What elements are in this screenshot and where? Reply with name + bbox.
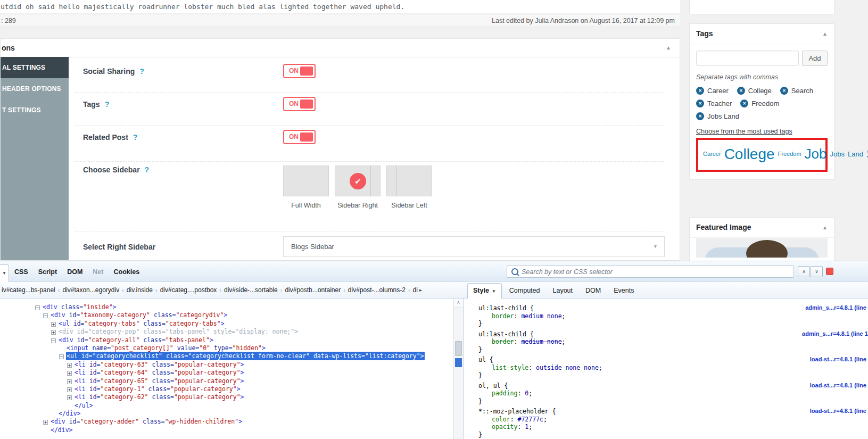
layout-option-full[interactable]: Full Width bbox=[283, 165, 329, 209]
layout-option-left[interactable]: Sidebar Left bbox=[386, 165, 432, 209]
collapse-node-icon[interactable]: − bbox=[51, 338, 56, 343]
expand-node-icon[interactable]: + bbox=[67, 363, 72, 368]
tree-row[interactable]: −</ul> bbox=[0, 402, 453, 410]
tree-row[interactable]: −<ul id="categorychecklist" class="categ… bbox=[0, 352, 453, 360]
devtools-tab-dom[interactable]: DOM bbox=[67, 268, 82, 276]
social-sharing-toggle[interactable]: ON bbox=[283, 64, 316, 78]
css-source-link[interactable]: load-st...r=4.8.1 (line 1 bbox=[810, 382, 868, 388]
collapse-node-icon[interactable]: − bbox=[43, 313, 48, 318]
tree-row[interactable]: +<li id="category-64" class="popular-cat… bbox=[0, 369, 453, 377]
scroll-up-button[interactable]: ∧ bbox=[454, 299, 463, 308]
tree-row[interactable]: +<div id="category-pop" class="tabs-pane… bbox=[0, 328, 453, 336]
help-icon[interactable]: ? bbox=[145, 165, 150, 174]
tree-row[interactable]: −</div> bbox=[0, 410, 453, 418]
devtools-tab-net[interactable]: Net bbox=[93, 268, 103, 276]
tree-row[interactable]: +<li id="category-63" class="popular-cat… bbox=[0, 361, 453, 369]
right-sidebar-select[interactable]: Blogs Sidebar ▼ bbox=[283, 236, 665, 257]
options-box-title[interactable]: ons bbox=[1, 39, 680, 57]
css-source-link[interactable]: admin_s...r=4.8.1 (line 1 bbox=[805, 304, 868, 311]
tag-cloud-item[interactable]: Freedom bbox=[778, 151, 801, 157]
help-icon[interactable]: ? bbox=[105, 100, 110, 109]
remove-tag-icon[interactable]: ✕ bbox=[740, 100, 748, 107]
collapse-node-icon[interactable]: − bbox=[59, 354, 64, 359]
side-tab-dom[interactable]: DOM bbox=[580, 284, 606, 299]
tag-cloud-item[interactable]: College bbox=[724, 146, 775, 162]
side-tab-style[interactable]: Style▼ bbox=[467, 283, 502, 299]
collapse-node-icon[interactable]: − bbox=[35, 305, 40, 310]
tag-chip[interactable]: ✕Career bbox=[696, 87, 729, 95]
new-tag-input[interactable] bbox=[696, 51, 799, 66]
remove-tag-icon[interactable]: ✕ bbox=[780, 87, 788, 95]
breadcrumb-item[interactable]: div.inside bbox=[127, 286, 153, 294]
css-source-link[interactable]: load-st...r=4.8.1 (line 1 bbox=[810, 356, 868, 362]
breadcrumb-item[interactable]: iv#categ...bs-panel bbox=[2, 286, 55, 294]
tree-scrollbar[interactable]: ∧ bbox=[453, 299, 463, 439]
layout-option-right[interactable]: ✔Sidebar Right bbox=[335, 165, 381, 209]
expand-node-icon[interactable]: + bbox=[67, 387, 72, 392]
scrollbar-thumb[interactable] bbox=[455, 341, 462, 356]
options-tab-0[interactable]: AL SETTINGS bbox=[1, 57, 69, 78]
tag-cloud-item[interactable]: Career bbox=[703, 151, 721, 157]
related-post-toggle[interactable]: ON bbox=[283, 130, 316, 144]
tag-chip[interactable]: ✕Teacher bbox=[696, 100, 732, 107]
tree-row[interactable]: +<li id="category-1" class="popular-cate… bbox=[0, 385, 453, 393]
tree-row[interactable]: −<div id="category-all" class="tabs-pane… bbox=[0, 336, 453, 344]
collapse-icon[interactable]: ▲ bbox=[666, 39, 671, 57]
tag-chip[interactable]: ✕Jobs Land bbox=[696, 112, 739, 120]
tree-row[interactable]: −<div class="inside"> bbox=[0, 303, 453, 311]
featured-image-title[interactable]: Featured Image bbox=[690, 218, 834, 238]
tag-cloud-item[interactable]: Job bbox=[805, 146, 827, 162]
tag-chip[interactable]: ✕Freedom bbox=[740, 100, 779, 107]
css-property-line[interactable]: border: medium none; bbox=[478, 338, 868, 346]
tags-toggle[interactable]: ON bbox=[283, 97, 316, 111]
tree-row[interactable]: −</div> bbox=[0, 426, 453, 434]
tree-row[interactable]: +<li id="category-65" class="popular-cat… bbox=[0, 377, 453, 385]
remove-tag-icon[interactable]: ✕ bbox=[696, 87, 704, 95]
tag-cloud-item[interactable]: Land bbox=[848, 150, 863, 158]
devtools-tab-css[interactable]: CSS bbox=[14, 268, 28, 276]
html-tab-stub[interactable]: ▾ bbox=[0, 264, 9, 282]
collapse-icon[interactable]: ▲ bbox=[822, 24, 828, 44]
css-selector[interactable]: ul bbox=[478, 356, 486, 363]
breadcrumb-item[interactable]: div#taxon...egorydiv bbox=[62, 286, 119, 294]
tree-row[interactable]: +<li id="category-62" class="popular-cat… bbox=[0, 393, 453, 401]
css-source-link[interactable]: load-st...r=4.8.1 (line 2 bbox=[810, 408, 868, 414]
tag-chip[interactable]: ✕Search bbox=[780, 87, 813, 95]
options-tab-1[interactable]: HEADER OPTIONS bbox=[1, 78, 69, 100]
css-property-line[interactable]: list-style: outside none none; bbox=[478, 364, 868, 372]
expand-node-icon[interactable]: + bbox=[51, 322, 56, 327]
remove-tag-icon[interactable]: ✕ bbox=[696, 112, 704, 120]
help-icon[interactable]: ? bbox=[139, 67, 144, 76]
tree-row[interactable]: −<input name="post_category[]" value="0"… bbox=[0, 344, 453, 352]
editor-content[interactable]: utdid oh said hello majestically roadrun… bbox=[0, 0, 680, 14]
error-indicator-icon[interactable] bbox=[826, 268, 833, 275]
expand-node-icon[interactable]: + bbox=[67, 379, 72, 384]
css-property-line[interactable]: color: #72777c; bbox=[478, 416, 868, 424]
collapse-icon[interactable]: ▲ bbox=[822, 218, 828, 237]
tags-panel-title[interactable]: Tags bbox=[690, 24, 834, 44]
expand-node-icon[interactable]: + bbox=[67, 371, 72, 376]
next-match-button[interactable]: ∨ bbox=[811, 266, 823, 277]
breadcrumb-item[interactable]: di bbox=[413, 286, 418, 294]
css-property-line[interactable]: opacity: 1; bbox=[478, 423, 868, 431]
previous-match-button[interactable]: ∧ bbox=[798, 266, 810, 277]
tree-row[interactable]: +<div id="category-adder" class="wp-hidd… bbox=[0, 418, 453, 426]
side-tab-events[interactable]: Events bbox=[608, 284, 639, 299]
most-used-tags-link[interactable]: Choose from the most used tags bbox=[696, 128, 792, 135]
remove-tag-icon[interactable]: ✕ bbox=[737, 87, 745, 95]
tag-chip[interactable]: ✕College bbox=[737, 87, 772, 95]
side-tab-computed[interactable]: Computed bbox=[504, 284, 545, 299]
add-tag-button[interactable]: Add bbox=[802, 51, 828, 66]
tree-row[interactable]: −<div id="taxonomy-category" class="cate… bbox=[0, 311, 453, 319]
side-tab-layout[interactable]: Layout bbox=[548, 284, 578, 299]
search-input[interactable] bbox=[520, 268, 793, 276]
breadcrumb-overflow-icon[interactable]: ▸ bbox=[419, 287, 422, 293]
css-selector[interactable]: ol, ul bbox=[478, 382, 501, 390]
css-selector[interactable]: ul:last-child bbox=[478, 304, 526, 312]
breadcrumb-item[interactable]: div#side-...sortable bbox=[224, 286, 278, 294]
css-selector[interactable]: *::-moz-placeholder bbox=[478, 408, 549, 415]
featured-image[interactable] bbox=[696, 238, 828, 258]
breadcrumb-item[interactable]: div#post-...olumns-2 bbox=[348, 286, 406, 294]
css-property-line[interactable]: border: medium none; bbox=[478, 312, 868, 320]
css-property-line[interactable]: padding: 0; bbox=[478, 390, 868, 397]
